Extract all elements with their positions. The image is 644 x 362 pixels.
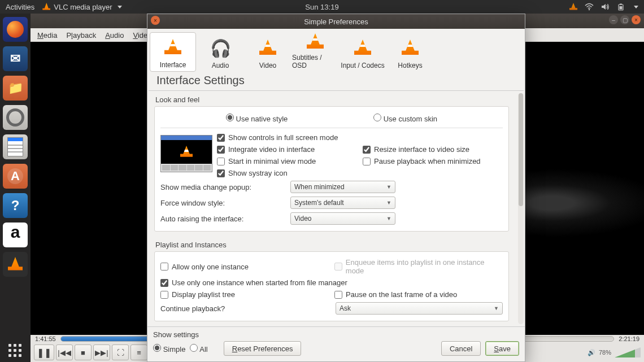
maximize-button[interactable]: ▢ xyxy=(620,15,629,24)
svg-point-0 xyxy=(589,9,590,10)
launcher-software[interactable] xyxy=(3,164,28,189)
check-minimal-view[interactable]: Start in minimal view mode xyxy=(217,157,316,165)
scrollbar[interactable] xyxy=(518,93,524,324)
label-media-change: Show media change popup: xyxy=(160,183,290,191)
dialog-titlebar: × Simple Preferences xyxy=(147,14,525,29)
launcher-rhythmbox[interactable] xyxy=(3,105,28,130)
elapsed-time: 1:41:55 xyxy=(35,335,56,342)
dialog-title: Simple Preferences xyxy=(304,18,368,26)
system-menu-chevron-icon[interactable] xyxy=(634,6,638,8)
app-menu-label: VLC media player xyxy=(54,3,112,11)
volume-percent: 78% xyxy=(599,349,611,356)
menu-audio[interactable]: Audio xyxy=(102,30,127,41)
launcher-dock: 📁 xyxy=(0,14,31,362)
panel-look-and-feel: Use native style Use custom skin Show co… xyxy=(154,106,509,232)
tab-hotkeys[interactable]: Hotkeys xyxy=(387,32,433,72)
select-autoraise[interactable]: Video▼ xyxy=(290,212,395,225)
check-one-instance[interactable]: Allow only one instance xyxy=(160,263,249,271)
group-privacy: Privacy / Network Interaction xyxy=(147,326,516,326)
play-pause-button[interactable]: ❚❚ xyxy=(34,344,54,360)
section-heading: Interface Settings xyxy=(149,72,524,91)
check-fullscreen-controls[interactable]: Show controls in full screen mode xyxy=(217,133,338,142)
svg-rect-3 xyxy=(620,6,623,10)
stop-button[interactable]: ■ xyxy=(75,344,92,360)
activities-button[interactable]: Activities xyxy=(6,3,34,11)
group-playlist: Playlist and Instances xyxy=(147,236,516,251)
label-autoraise: Auto raising the interface: xyxy=(160,215,290,223)
svg-rect-2 xyxy=(620,4,622,5)
fullscreen-button[interactable]: ⛶ xyxy=(112,344,129,360)
launcher-amazon[interactable] xyxy=(3,223,28,247)
prefs-scroll: Look and feel Use native style Use custo… xyxy=(147,91,525,326)
tab-input-codecs[interactable]: Input / Codecs xyxy=(340,32,386,72)
window-controls: – ▢ × xyxy=(609,15,641,24)
dialog-close-button[interactable]: × xyxy=(151,16,160,25)
radio-simple[interactable]: Simple xyxy=(153,344,185,354)
menu-playback[interactable]: Playback xyxy=(63,30,99,41)
extended-button[interactable]: ≡ xyxy=(130,344,147,360)
chevron-down-icon xyxy=(118,6,122,8)
close-button[interactable]: × xyxy=(632,15,641,24)
volume-slider[interactable] xyxy=(615,347,641,357)
launcher-vlc[interactable] xyxy=(3,252,28,277)
skin-preview xyxy=(160,135,212,172)
top-panel: Activities VLC media player Sun 13:19 xyxy=(0,0,644,14)
launcher-files[interactable]: 📁 xyxy=(3,76,28,101)
preferences-dialog: × Simple Preferences Interface 🎧Audio Vi… xyxy=(147,14,525,362)
battery-icon[interactable] xyxy=(616,2,625,11)
select-force-style[interactable]: System's default▼ xyxy=(290,197,395,209)
clock[interactable]: Sun 13:19 xyxy=(305,3,338,11)
reset-button[interactable]: Reset Preferences xyxy=(224,341,302,356)
launcher-help[interactable] xyxy=(3,193,28,218)
network-icon[interactable] xyxy=(585,2,594,11)
select-continue-playback[interactable]: Ask▼ xyxy=(336,302,503,315)
mute-icon[interactable]: 🔊 xyxy=(588,349,595,356)
check-systray[interactable]: Show systray icon xyxy=(217,169,288,177)
label-force-style: Force window style: xyxy=(160,199,290,207)
check-integrate-video[interactable]: Integrate video in interface xyxy=(217,145,315,154)
next-button[interactable]: ▶▶| xyxy=(93,344,110,360)
check-pause-minimized[interactable]: Pause playback when minimized xyxy=(363,157,481,165)
minimize-button[interactable]: – xyxy=(609,15,618,24)
radio-native-style[interactable]: Use native style xyxy=(226,114,288,123)
tab-interface[interactable]: Interface xyxy=(150,32,196,72)
label-continue-playback: Continue playback? xyxy=(160,304,336,313)
cancel-button[interactable]: Cancel xyxy=(441,341,481,356)
volume-icon[interactable] xyxy=(601,2,610,11)
launcher-thunderbird[interactable] xyxy=(3,46,28,71)
save-button[interactable]: Save xyxy=(485,341,519,356)
check-pause-last-frame[interactable]: Pause on the last frame of a video xyxy=(334,290,457,299)
tab-video[interactable]: Video xyxy=(245,32,291,72)
group-look-and-feel: Look and feel xyxy=(147,91,516,106)
panel-playlist: Allow only one instance Enqueue items in… xyxy=(154,251,509,321)
launcher-writer[interactable] xyxy=(3,134,28,159)
radio-all[interactable]: All xyxy=(190,344,207,354)
vlc-icon xyxy=(42,3,50,11)
check-resize-interface[interactable]: Resize interface to video size xyxy=(363,145,469,154)
select-media-change[interactable]: When minimized▼ xyxy=(290,181,395,193)
check-enqueue: Enqueue items into playlist in one insta… xyxy=(334,258,503,275)
launcher-firefox[interactable] xyxy=(3,17,28,42)
radio-custom-skin[interactable]: Use custom skin xyxy=(373,114,437,123)
show-apps-icon[interactable] xyxy=(8,344,22,357)
prefs-category-row: Interface 🎧Audio Video Subtitles / OSD I… xyxy=(147,29,525,72)
tab-subtitles[interactable]: Subtitles / OSD xyxy=(292,32,338,72)
vlc-tray-icon[interactable] xyxy=(569,2,578,11)
check-one-instance-filemgr[interactable]: Use only one instance when started from … xyxy=(160,278,347,287)
app-menu[interactable]: VLC media player xyxy=(42,3,121,11)
label-show-settings: Show settings xyxy=(153,330,199,339)
dialog-footer: Show settings Simple All Reset Preferenc… xyxy=(147,326,525,361)
tab-audio[interactable]: 🎧Audio xyxy=(197,32,243,72)
check-playlist-tree[interactable]: Display playlist tree xyxy=(160,290,235,299)
menu-media[interactable]: MMediaedia xyxy=(34,30,60,41)
total-time: 2:21:19 xyxy=(619,335,639,342)
prev-button[interactable]: |◀◀ xyxy=(56,344,73,360)
